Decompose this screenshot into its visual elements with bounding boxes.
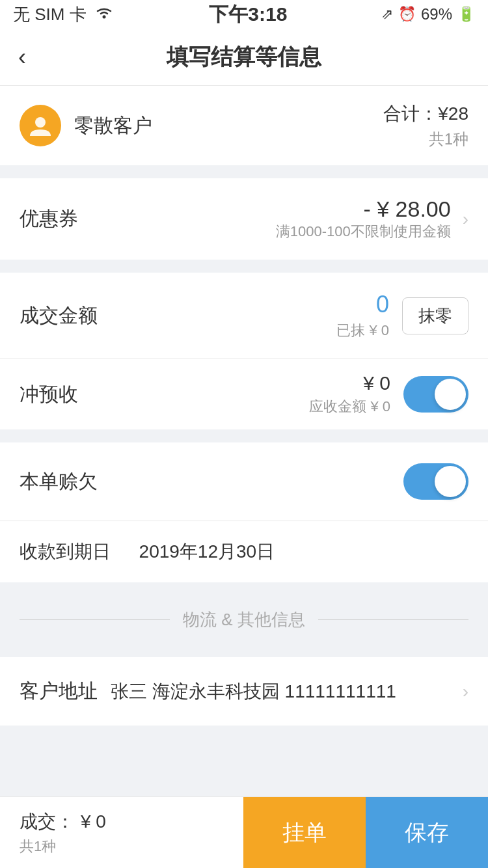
coupon-right: - ¥ 28.00 满1000-100不限制使用金额 › (276, 197, 468, 241)
customer-avatar (20, 105, 61, 146)
bottom-actions: 挂单 保存 (243, 797, 488, 868)
address-label: 客户地址 (20, 678, 98, 705)
logistics-divider-inner: 物流 & 其他信息 (0, 608, 488, 631)
round-zero-button[interactable]: 抹零 (402, 297, 468, 334)
battery-icon: 🔋 (457, 6, 475, 23)
status-left: 无 SIM 卡 (13, 3, 115, 26)
coupon-discount: - ¥ 28.00 (276, 197, 451, 222)
status-time: 下午3:18 (209, 1, 287, 28)
due-date-spacer (116, 541, 134, 562)
amount-right: 0 已抹 ¥ 0 抹零 (336, 291, 468, 340)
customer-section: 零散客户 合计：¥28 共1种 (0, 86, 488, 165)
address-value: 张三 海淀永丰科技园 11111111111 (111, 679, 457, 704)
bottom-deal-label: 成交： (20, 809, 74, 834)
back-button[interactable]: ‹ (18, 44, 26, 71)
bottom-deal: 成交： ¥ 0 (20, 809, 224, 834)
logistics-divider: 物流 & 其他信息 (0, 595, 488, 644)
amount-label: 成交金额 (20, 303, 98, 329)
logistics-label: 物流 & 其他信息 (183, 608, 305, 631)
status-right: ⇗ ⏰ 69% 🔋 (381, 5, 475, 23)
hang-order-button[interactable]: 挂单 (243, 797, 366, 868)
svg-point-1 (35, 117, 46, 128)
location-icon: ⇗ (381, 6, 393, 23)
coupon-hint: 满1000-100不限制使用金额 (276, 222, 451, 241)
amount-section: 成交金额 0 已抹 ¥ 0 抹零 (0, 273, 488, 359)
grey-spacer-5 (0, 644, 488, 657)
content: 零散客户 合计：¥28 共1种 优惠券 - ¥ 28.00 满1000-100不… (0, 86, 488, 868)
address-row[interactable]: 客户地址 张三 海淀永丰科技园 11111111111 › (0, 657, 488, 726)
wifi-icon (93, 5, 115, 25)
page-title: 填写结算等信息 (167, 42, 321, 72)
coupon-label: 优惠券 (20, 206, 78, 232)
prepay-amount: ¥ 0 (309, 372, 390, 394)
address-chevron-icon: › (463, 681, 468, 702)
svg-point-0 (102, 15, 105, 18)
amount-sub: 已抹 ¥ 0 (336, 321, 389, 340)
debt-section: 本单赊欠 (0, 442, 488, 521)
debt-label: 本单赊欠 (20, 468, 98, 495)
due-date-label: 收款到期日 (20, 541, 111, 562)
coupon-chevron-icon: › (463, 209, 468, 230)
due-date-value: 2019年12月30日 (139, 541, 275, 562)
coupon-info: - ¥ 28.00 满1000-100不限制使用金额 (276, 197, 451, 241)
customer-summary: 合计：¥28 共1种 (383, 102, 468, 150)
amount-value: 0 (336, 291, 389, 318)
due-date-text: 收款到期日 2019年12月30日 (20, 541, 275, 562)
status-bar: 无 SIM 卡 下午3:18 ⇗ ⏰ 69% 🔋 (0, 0, 488, 29)
prepay-right: ¥ 0 应收金额 ¥ 0 (309, 372, 468, 416)
sim-text: 无 SIM 卡 (13, 3, 87, 26)
bottom-deal-value: ¥ 0 (81, 811, 106, 832)
customer-row: 零散客户 合计：¥28 共1种 (0, 86, 488, 165)
prepay-label: 冲预收 (20, 381, 78, 408)
bottom-bar: 成交： ¥ 0 共1种 挂单 保存 (0, 796, 488, 868)
grey-spacer-4 (0, 582, 488, 595)
amount-value-wrap: 0 已抹 ¥ 0 (336, 291, 389, 340)
coupon-section[interactable]: 优惠券 - ¥ 28.00 满1000-100不限制使用金额 › (0, 178, 488, 260)
grey-spacer-3 (0, 429, 488, 442)
address-right: › (457, 681, 468, 702)
battery-text: 69% (421, 5, 452, 23)
customer-total: 合计：¥28 (383, 102, 468, 126)
amount-row: 成交金额 0 已抹 ¥ 0 抹零 (20, 273, 468, 359)
customer-left: 零散客户 (20, 105, 152, 146)
prepay-row: 冲预收 ¥ 0 应收金额 ¥ 0 (0, 359, 488, 429)
save-button[interactable]: 保存 (366, 797, 488, 868)
toggle-thumb (435, 379, 466, 410)
bottom-summary: 成交： ¥ 0 共1种 (0, 809, 243, 856)
bottom-count: 共1种 (20, 837, 224, 856)
divider-left-line (20, 619, 170, 620)
debt-toggle-thumb (435, 466, 466, 497)
coupon-row[interactable]: 优惠券 - ¥ 28.00 满1000-100不限制使用金额 › (0, 178, 488, 260)
customer-name: 零散客户 (74, 113, 152, 139)
prepay-values: ¥ 0 应收金额 ¥ 0 (309, 372, 390, 416)
prepay-toggle[interactable] (403, 376, 468, 413)
divider-right-line (318, 619, 468, 620)
alarm-icon: ⏰ (398, 6, 416, 23)
debt-toggle[interactable] (403, 463, 468, 500)
grey-spacer-1 (0, 165, 488, 178)
prepay-sub: 应收金额 ¥ 0 (309, 397, 390, 416)
customer-count: 共1种 (383, 129, 468, 150)
due-date-row: 收款到期日 2019年12月30日 (0, 521, 488, 582)
grey-spacer-2 (0, 260, 488, 273)
nav-bar: ‹ 填写结算等信息 (0, 29, 488, 86)
